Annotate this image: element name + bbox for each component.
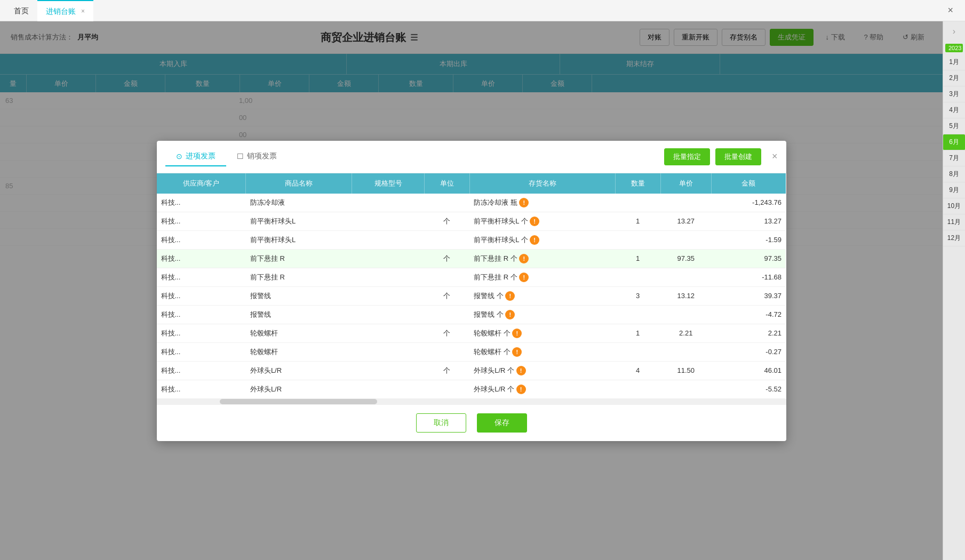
cell-qty (615, 342, 660, 361)
cell-inventory: 防冻冷却液 瓶 ! (469, 194, 615, 212)
dialog-header-right: 批量指定 批量创建 × (664, 148, 778, 165)
cell-product: 轮毂螺杆 (246, 342, 352, 361)
cell-qty (615, 380, 660, 398)
dialog-close-button[interactable]: × (772, 151, 778, 162)
cell-supplier: 科技... (157, 286, 246, 305)
table-row: 科技... 前下悬挂 R 前下悬挂 R 个 ! -11.68 (157, 268, 786, 286)
month-item-1[interactable]: 1月 (943, 54, 965, 70)
cell-amount: -4.72 (711, 305, 786, 324)
cancel-button[interactable]: 取消 (416, 413, 466, 433)
active-tab-label: 进销台账 (46, 1, 76, 22)
cell-inventory: 报警线 个 ! (469, 305, 615, 324)
cell-qty: 4 (615, 361, 660, 380)
warn-icon: ! (519, 273, 529, 282)
cell-inventory: 前平衡杆球头L 个 ! (469, 230, 615, 249)
cell-product: 外球头L/R (246, 361, 352, 380)
cell-supplier: 科技... (157, 380, 246, 398)
outgoing-icon: ☐ (237, 152, 244, 161)
warn-icon: ! (516, 366, 526, 375)
tab-close-icon[interactable]: × (81, 1, 85, 22)
cell-price: 2.21 (660, 324, 711, 342)
tab-active[interactable]: 进销台账 × (37, 0, 93, 21)
cell-qty: 3 (615, 286, 660, 305)
month-item-4[interactable]: 4月 (943, 102, 965, 118)
sidebar-arrow[interactable]: › (943, 21, 965, 42)
cell-unit: 个 (425, 212, 470, 230)
cell-supplier: 科技... (157, 324, 246, 342)
cell-spec (352, 212, 425, 230)
cell-supplier: 科技... (157, 249, 246, 268)
th-unit: 单位 (425, 173, 470, 194)
th-spec: 规格型号 (352, 173, 425, 194)
window-close-button[interactable]: × (941, 5, 960, 16)
cell-amount: 97.35 (711, 249, 786, 268)
th-price: 单价 (660, 173, 711, 194)
horizontal-scrollbar[interactable] (157, 399, 786, 404)
cell-spec (352, 361, 425, 380)
batch-assign-button[interactable]: 批量指定 (664, 148, 710, 165)
month-item-11[interactable]: 11月 (943, 214, 965, 230)
cell-product: 轮毂螺杆 (246, 324, 352, 342)
cell-amount: -1,243.76 (711, 194, 786, 212)
table-row: 科技... 报警线 个 报警线 个 ! 3 13.12 39.37 (157, 286, 786, 305)
top-bar: 首页 进销台账 × × (0, 0, 965, 21)
table-row: 科技... 外球头L/R 个 外球头L/R 个 ! 4 11.50 46.01 (157, 361, 786, 380)
month-item-9[interactable]: 9月 (943, 182, 965, 198)
table-row: 科技... 轮毂螺杆 轮毂螺杆 个 ! -0.27 (157, 342, 786, 361)
month-list: 2023 1月 2月 3月 4月 5月 6月 7月 8月 9月 10月 11月 … (943, 42, 965, 560)
save-button[interactable]: 保存 (477, 413, 527, 433)
warn-icon: ! (530, 235, 539, 245)
cell-product: 前平衡杆球头L (246, 230, 352, 249)
dialog-table-wrap[interactable]: 供应商/客户 商品名称 规格型号 单位 存货名称 数量 单价 金额 (157, 173, 786, 399)
cell-price: 13.27 (660, 212, 711, 230)
month-item-7[interactable]: 7月 (943, 150, 965, 166)
left-panel: 销售成本计算方法： 月平均 商贸企业进销台账 ☰ 对账 重新开账 存货别名 生成… (0, 21, 943, 560)
dialog-overlay: ⊙ 进项发票 ☐ 销项发票 批量指定 批量创建 × (0, 21, 943, 560)
month-item-6[interactable]: 6月 (943, 134, 965, 150)
cell-amount: 13.27 (711, 212, 786, 230)
cell-product: 报警线 (246, 286, 352, 305)
cell-inventory: 报警线 个 ! (469, 286, 615, 305)
tab-incoming-invoice[interactable]: ⊙ 进项发票 (165, 147, 226, 166)
cell-qty: 1 (615, 212, 660, 230)
warn-icon: ! (516, 385, 526, 394)
cell-price (660, 305, 711, 324)
month-item-5[interactable]: 5月 (943, 118, 965, 134)
batch-create-button[interactable]: 批量创建 (715, 148, 761, 165)
th-supplier: 供应商/客户 (157, 173, 246, 194)
month-item-10[interactable]: 10月 (943, 198, 965, 214)
warn-icon: ! (530, 217, 539, 226)
cell-unit: 个 (425, 361, 470, 380)
incoming-icon: ⊙ (176, 152, 182, 161)
month-item-3[interactable]: 3月 (943, 86, 965, 102)
cell-inventory: 外球头L/R 个 ! (469, 380, 615, 398)
year-badge: 2023 (945, 44, 963, 52)
cell-supplier: 科技... (157, 305, 246, 324)
cell-price (660, 230, 711, 249)
table-row: 科技... 报警线 报警线 个 ! -4.72 (157, 305, 786, 324)
cell-supplier: 科技... (157, 230, 246, 249)
cell-spec (352, 324, 425, 342)
tab-home[interactable]: 首页 (5, 0, 37, 21)
cell-amount: -5.52 (711, 380, 786, 398)
cell-spec (352, 194, 425, 212)
month-item-8[interactable]: 8月 (943, 166, 965, 182)
cell-unit (425, 342, 470, 361)
cell-spec (352, 230, 425, 249)
tab-outgoing-invoice[interactable]: ☐ 销项发票 (226, 147, 288, 166)
cell-amount: 2.21 (711, 324, 786, 342)
cell-inventory: 轮毂螺杆 个 ! (469, 342, 615, 361)
cell-qty (615, 305, 660, 324)
table-row: 科技... 防冻冷却液 防冻冷却液 瓶 ! -1,243.76 (157, 194, 786, 212)
main-area: 销售成本计算方法： 月平均 商贸企业进销台账 ☰ 对账 重新开账 存货别名 生成… (0, 21, 965, 560)
cell-unit (425, 194, 470, 212)
cell-unit (425, 305, 470, 324)
table-row: 科技... 前平衡杆球头L 前平衡杆球头L 个 ! -1.59 (157, 230, 786, 249)
month-item-2[interactable]: 2月 (943, 70, 965, 86)
warn-icon: ! (505, 310, 515, 319)
cell-inventory: 前下悬挂 R 个 ! (469, 268, 615, 286)
month-item-12[interactable]: 12月 (943, 230, 965, 246)
cell-inventory: 外球头L/R 个 ! (469, 361, 615, 380)
right-sidebar: › 2023 1月 2月 3月 4月 5月 6月 7月 8月 9月 10月 11… (943, 21, 965, 560)
cell-product: 外球头L/R (246, 380, 352, 398)
